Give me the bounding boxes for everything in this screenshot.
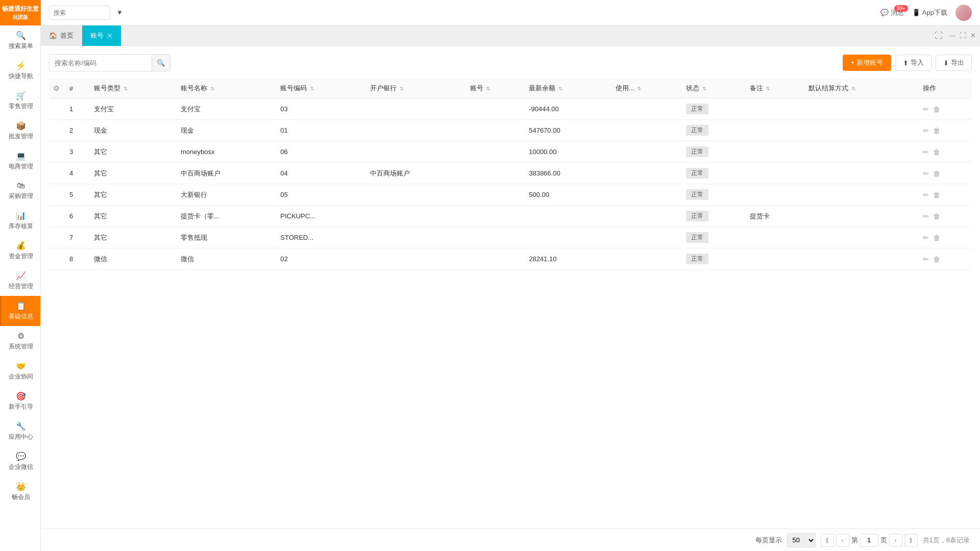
- cell-account-name-1: 现金: [177, 120, 276, 141]
- edit-icon-2[interactable]: ✏: [923, 148, 929, 156]
- delete-icon-6[interactable]: 🗑: [933, 234, 940, 242]
- cell-account-no-0: [466, 98, 525, 120]
- th-account-no[interactable]: 账号 ⇅: [466, 79, 525, 98]
- sidebar-item-sys-mgmt[interactable]: ⚙ 系统管理: [0, 326, 40, 356]
- cell-usage-1: [611, 120, 682, 141]
- import-button[interactable]: ⬆ 导入: [895, 55, 932, 71]
- sidebar-item-ecom-mgmt[interactable]: 💻 电商管理: [0, 146, 40, 176]
- sidebar-item-inventory[interactable]: 📊 库存核算: [0, 206, 40, 236]
- th-latest-balance[interactable]: 最新余额 ⇅: [525, 79, 611, 98]
- th-account-code[interactable]: 账号编码 ⇅: [276, 79, 366, 98]
- cell-index-0: 1: [65, 98, 90, 120]
- sidebar-item-purchase-mgmt[interactable]: 🛍 采购管理: [0, 176, 40, 206]
- tab-account[interactable]: 账号 ✕: [82, 26, 121, 46]
- sys-icon: ⚙: [4, 331, 38, 341]
- cell-account-code-2: 06: [276, 141, 366, 163]
- edit-icon-6[interactable]: ✏: [923, 234, 929, 242]
- table-row: 3 其它 moneybosx 06 10000.00 正常 ✏ 🗑: [49, 141, 972, 163]
- page-word: 第: [851, 536, 858, 545]
- cell-account-code-7: 02: [276, 248, 366, 270]
- cell-action-5: ✏ 🗑: [919, 206, 972, 227]
- sidebar-item-quick-nav[interactable]: ⚡ 快捷导航: [0, 56, 40, 86]
- page-number-input[interactable]: [860, 534, 878, 547]
- delete-icon-2[interactable]: 🗑: [933, 148, 940, 156]
- sidebar-item-wholesale-mgmt[interactable]: 📦 批发管理: [0, 116, 40, 146]
- sidebar-item-basic-info[interactable]: 📋 基础信息: [0, 296, 40, 326]
- search-button[interactable]: 🔍: [152, 55, 170, 71]
- maximize-icon[interactable]: ⛶: [960, 32, 966, 39]
- cell-account-type-3: 其它: [90, 163, 177, 184]
- prev-page-button[interactable]: ‹: [836, 534, 849, 547]
- minimize-icon[interactable]: —: [949, 32, 955, 39]
- sidebar-item-business-mgmt[interactable]: 📈 经营管理: [0, 266, 40, 296]
- cell-usage-0: [611, 98, 682, 120]
- search-box: 🔍: [49, 54, 170, 71]
- th-usage[interactable]: 使用... ⇅: [611, 79, 682, 98]
- cell-account-code-6: STORED...: [276, 227, 366, 248]
- next-page-button[interactable]: ›: [889, 534, 902, 547]
- last-page-button[interactable]: ⟫: [904, 534, 918, 547]
- sidebar-item-enterprise-agreement[interactable]: 🤝 企业协同: [0, 356, 40, 386]
- th-settings[interactable]: ⚙: [49, 79, 65, 98]
- search-input[interactable]: [50, 55, 152, 71]
- cell-account-no-7: [466, 248, 525, 270]
- tab-home[interactable]: 🏠 首页: [41, 26, 82, 46]
- sidebar-item-vip[interactable]: 👑 畅会员: [0, 477, 40, 507]
- app-download-button[interactable]: 📱 App下载: [912, 8, 947, 17]
- page-size-select[interactable]: 10 20 50 100: [787, 533, 816, 547]
- account-table: ⚙ # 账号类型 ⇅ 账号名称 ⇅ 账号编码 ⇅: [49, 79, 972, 270]
- tab-expand-icon[interactable]: ⛶: [928, 31, 949, 40]
- close-window-icon[interactable]: ✕: [970, 32, 976, 39]
- edit-icon-1[interactable]: ✏: [923, 127, 929, 135]
- sidebar-item-new-guide[interactable]: 🎯 新手引导: [0, 386, 40, 416]
- cell-usage-6: [611, 227, 682, 248]
- ecom-icon: 💻: [4, 151, 38, 161]
- tab-bar: 🏠 首页 账号 ✕ ⛶ — ⛶ ✕: [41, 26, 980, 46]
- tab-close-icon[interactable]: ✕: [107, 32, 113, 39]
- cell-balance-4: 500.00: [525, 184, 611, 206]
- header-search-input[interactable]: [49, 6, 110, 20]
- cell-remark-3: [746, 163, 805, 184]
- th-status[interactable]: 状态 ⇅: [682, 79, 746, 98]
- sidebar-item-retail-mgmt[interactable]: 🛒 零售管理: [0, 86, 40, 116]
- sidebar-item-finance-mgmt[interactable]: 💰 资金管理: [0, 236, 40, 266]
- cell-account-type-6: 其它: [90, 227, 177, 248]
- message-button[interactable]: 💬 消息 99+: [880, 8, 904, 17]
- delete-icon-4[interactable]: 🗑: [933, 191, 940, 199]
- table-body: 1 支付宝 支付宝 03 -90444.00 正常 ✏ 🗑 2 现金 现金 01: [49, 98, 972, 270]
- delete-icon-0[interactable]: 🗑: [933, 105, 940, 113]
- sidebar-item-enterprise-wechat[interactable]: 💬 企业微信: [0, 446, 40, 477]
- cell-settings-7: [49, 248, 65, 270]
- th-remark[interactable]: 备注 ⇅: [746, 79, 805, 98]
- edit-icon-5[interactable]: ✏: [923, 212, 929, 220]
- th-account-name[interactable]: 账号名称 ⇅: [177, 79, 276, 98]
- first-page-button[interactable]: ⟪: [821, 534, 834, 547]
- cell-account-name-0: 支付宝: [177, 98, 276, 120]
- delete-icon-1[interactable]: 🗑: [933, 127, 940, 135]
- user-avatar[interactable]: [955, 5, 972, 21]
- delete-icon-5[interactable]: 🗑: [933, 212, 940, 220]
- delete-icon-3[interactable]: 🗑: [933, 169, 940, 178]
- table-row: 8 微信 微信 02 28241.10 正常 ✏ 🗑: [49, 248, 972, 270]
- table-settings-icon[interactable]: ⚙: [53, 84, 60, 92]
- edit-icon-0[interactable]: ✏: [923, 105, 929, 113]
- edit-icon-7[interactable]: ✏: [923, 255, 929, 263]
- cell-account-name-7: 微信: [177, 248, 276, 270]
- th-account-type[interactable]: 账号类型 ⇅: [90, 79, 177, 98]
- export-button[interactable]: ⬇ 导出: [936, 55, 972, 71]
- add-account-button[interactable]: + 新增账号: [843, 55, 891, 71]
- cell-settle-2: [804, 141, 919, 163]
- sidebar-item-search-menu[interactable]: 🔍 搜索菜单: [0, 26, 40, 56]
- edit-icon-4[interactable]: ✏: [923, 191, 929, 199]
- edit-icon-3[interactable]: ✏: [923, 169, 929, 178]
- cell-settings-2: [49, 141, 65, 163]
- quick-nav-icon: ⚡: [4, 61, 38, 70]
- delete-icon-7[interactable]: 🗑: [933, 255, 940, 263]
- cell-settings-1: [49, 120, 65, 141]
- th-bank[interactable]: 开户银行 ⇅: [366, 79, 465, 98]
- header-dropdown[interactable]: ▼: [116, 9, 123, 16]
- cell-status-4: 正常: [682, 184, 746, 206]
- cell-remark-4: [746, 184, 805, 206]
- sidebar-item-app-center[interactable]: 🔧 应用中心: [0, 416, 40, 446]
- th-default-settle[interactable]: 默认结算方式 ⇅: [804, 79, 919, 98]
